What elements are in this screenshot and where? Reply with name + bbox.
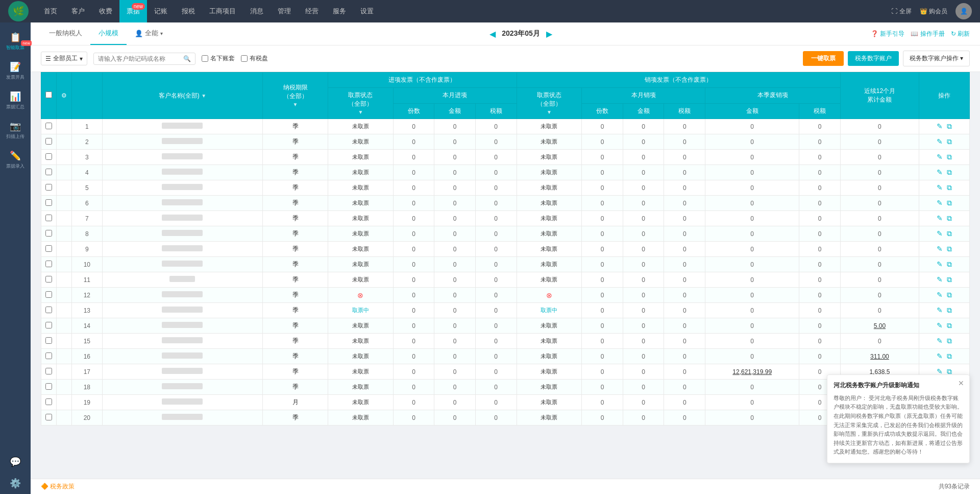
row-in-status-cell[interactable]: 未取票: [328, 257, 393, 272]
row-name-cell[interactable]: [102, 242, 263, 257]
row-name-cell[interactable]: [102, 303, 263, 318]
nav-tickets[interactable]: 票据 new: [119, 0, 147, 22]
row-name-cell[interactable]: [102, 226, 263, 242]
row-checkbox[interactable]: [45, 307, 52, 313]
row-out-status-cell[interactable]: 未取票: [517, 119, 582, 134]
row-in-status-cell[interactable]: 未取票: [328, 242, 393, 257]
row-in-status-cell[interactable]: ⊗: [328, 288, 393, 303]
sidebar-item-gear[interactable]: ⚙️: [0, 473, 31, 494]
edit-icon[interactable]: ✎: [937, 245, 943, 253]
copy-icon[interactable]: ⧉: [947, 153, 952, 161]
row-checkbox-cell[interactable]: [41, 380, 57, 395]
copy-icon[interactable]: ⧉: [947, 260, 952, 268]
copy-icon[interactable]: ⧉: [947, 321, 952, 330]
row-checkbox[interactable]: [45, 291, 52, 298]
copy-icon[interactable]: ⧉: [947, 229, 952, 238]
nav-settings[interactable]: 设置: [353, 0, 381, 22]
row-name-cell[interactable]: [102, 318, 263, 334]
period-next-btn[interactable]: ▶: [546, 29, 552, 39]
row-checkbox[interactable]: [45, 184, 52, 191]
th-in-status[interactable]: 取票状态（全部）▼: [328, 88, 393, 119]
row-checkbox[interactable]: [45, 261, 52, 267]
row-checkbox[interactable]: [45, 123, 52, 129]
row-in-status-cell[interactable]: 未取票: [328, 364, 393, 380]
copy-icon[interactable]: ⧉: [947, 122, 952, 130]
row-in-status-cell[interactable]: 未取票: [328, 380, 393, 395]
row-in-status-cell[interactable]: 未取票: [328, 134, 393, 150]
row-name-cell[interactable]: [102, 334, 263, 349]
row-in-status-cell[interactable]: 未取票: [328, 165, 393, 180]
row-in-status-cell[interactable]: 未取票: [328, 395, 393, 410]
row-out-status-cell[interactable]: 未取票: [517, 318, 582, 334]
row-checkbox[interactable]: [45, 352, 52, 359]
copy-icon[interactable]: ⧉: [947, 199, 952, 207]
row-name-cell[interactable]: [102, 134, 263, 150]
tab-general-taxpayer[interactable]: 一般纳税人: [41, 22, 90, 45]
row-checkbox[interactable]: [45, 368, 52, 374]
row-checkbox-cell[interactable]: [41, 180, 57, 196]
edit-icon[interactable]: ✎: [937, 352, 943, 360]
copy-icon[interactable]: ⧉: [947, 137, 952, 146]
nav-business[interactable]: 工商项目: [202, 0, 243, 22]
edit-icon[interactable]: ✎: [937, 306, 943, 314]
row-out-status-cell[interactable]: 未取票: [517, 272, 582, 288]
row-checkbox-cell[interactable]: [41, 211, 57, 226]
row-name-cell[interactable]: [102, 165, 263, 180]
row-checkbox[interactable]: [45, 322, 52, 328]
row-in-status-cell[interactable]: 未取票: [328, 226, 393, 242]
nav-accounting[interactable]: 记账: [147, 0, 175, 22]
tax-policy-link[interactable]: 🔶 税务政策: [41, 482, 75, 491]
sidebar-item-ticket-entry[interactable]: ✏️ 票据录入: [0, 145, 31, 175]
sidebar-item-invoice-open[interactable]: 📝 发票开具: [0, 56, 31, 86]
user-avatar[interactable]: 👤: [955, 3, 972, 19]
edit-icon[interactable]: ✎: [937, 291, 943, 299]
row-out-status-cell[interactable]: 未取票: [517, 334, 582, 349]
row-out-status-cell[interactable]: 未取票: [517, 150, 582, 165]
sidebar-item-scan-upload[interactable]: 📷 扫描上传: [0, 115, 31, 145]
row-checkbox-cell[interactable]: [41, 410, 57, 426]
row-out-status-cell[interactable]: 未取票: [517, 226, 582, 242]
edit-icon[interactable]: ✎: [937, 260, 943, 268]
tax-digital-btn[interactable]: 税务数字账户: [848, 51, 899, 66]
refresh-btn[interactable]: ↻ 刷新: [951, 30, 970, 38]
row-checkbox-cell[interactable]: [41, 150, 57, 165]
row-checkbox[interactable]: [45, 215, 52, 221]
row-checkbox-cell[interactable]: [41, 303, 57, 318]
row-out-status-cell[interactable]: 未取票: [517, 196, 582, 211]
edit-icon[interactable]: ✎: [937, 275, 943, 284]
row-in-status-cell[interactable]: 未取票: [328, 349, 393, 364]
row-name-cell[interactable]: [102, 380, 263, 395]
copy-icon[interactable]: ⧉: [947, 245, 952, 253]
row-checkbox-cell[interactable]: [41, 272, 57, 288]
th-out-status[interactable]: 取票状态（全部）▼: [517, 88, 582, 119]
row-checkbox[interactable]: [45, 169, 52, 175]
edit-icon[interactable]: ✎: [937, 183, 943, 192]
row-name-cell[interactable]: [102, 196, 263, 211]
row-checkbox-cell[interactable]: [41, 318, 57, 334]
row-out-status-cell[interactable]: 未取票: [517, 165, 582, 180]
row-checkbox[interactable]: [45, 276, 52, 283]
row-in-status-cell[interactable]: 未取票: [328, 318, 393, 334]
employee-select[interactable]: ☰ 全部员工 ▾: [41, 52, 87, 65]
row-checkbox-cell[interactable]: [41, 196, 57, 211]
row-checkbox-cell[interactable]: [41, 257, 57, 272]
row-name-cell[interactable]: [102, 364, 263, 380]
row-name-cell[interactable]: [102, 119, 263, 134]
nav-manage[interactable]: 管理: [271, 0, 298, 22]
row-in-status-cell[interactable]: 未取票: [328, 180, 393, 196]
select-all-checkbox[interactable]: [45, 91, 52, 98]
tab-small-scale[interactable]: 小规模: [90, 22, 127, 45]
row-name-cell[interactable]: [102, 180, 263, 196]
row-name-cell[interactable]: [102, 349, 263, 364]
row-in-status-cell[interactable]: 未取票: [328, 211, 393, 226]
edit-icon[interactable]: ✎: [937, 337, 943, 345]
row-checkbox[interactable]: [45, 199, 52, 206]
search-box[interactable]: 🔍: [93, 53, 195, 65]
search-input[interactable]: [98, 55, 181, 62]
row-out-status-cell[interactable]: 未取票: [517, 134, 582, 150]
row-out-status-cell[interactable]: 未取票: [517, 180, 582, 196]
row-in-status-cell[interactable]: 未取票: [328, 119, 393, 134]
row-out-status-cell[interactable]: 取票中: [517, 303, 582, 318]
row-checkbox-cell[interactable]: [41, 134, 57, 150]
nav-home[interactable]: 首页: [37, 0, 64, 22]
